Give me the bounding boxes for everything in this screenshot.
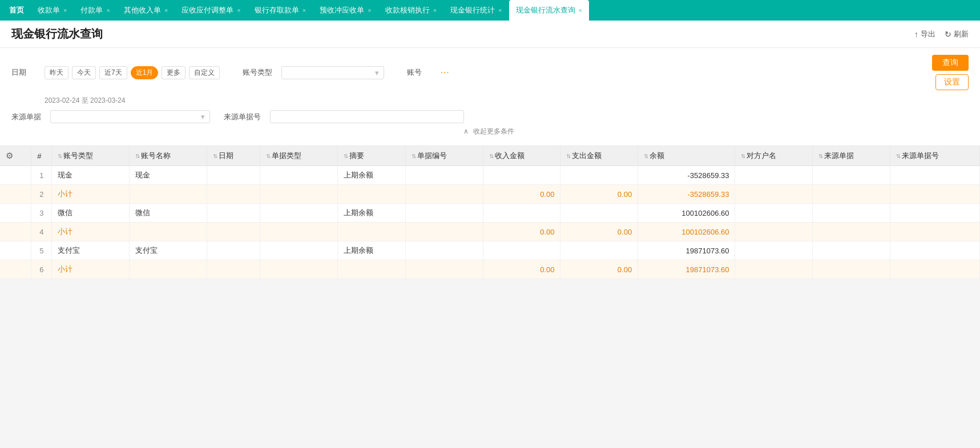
cell-source_doc_num — [890, 260, 979, 279]
source-doc-select[interactable]: ▾ — [50, 110, 210, 123]
col-doc-type[interactable]: ⇅单据类型 — [260, 146, 337, 166]
table-body: 1现金现金上期余额-3528659.332小计0.000.00-3528659.… — [0, 166, 980, 279]
nav-adjustment[interactable]: 应收应付调整单 × — [175, 0, 247, 21]
col-counterpart[interactable]: ⇅对方户名 — [735, 146, 813, 166]
close-icon[interactable]: × — [63, 7, 67, 14]
cell-doc_num — [406, 166, 483, 185]
cell-account_name — [130, 185, 207, 204]
cell-gear — [0, 166, 31, 185]
cell-account_type: 微信 — [52, 204, 130, 223]
account-more-button[interactable]: ··· — [440, 67, 449, 78]
cell-summary: 上期余额 — [337, 166, 405, 185]
nav-collection[interactable]: 收款核销执行 × — [378, 0, 443, 21]
cell-summary: 上期余额 — [337, 204, 405, 223]
chevron-down-icon: ▾ — [201, 112, 205, 121]
date-yesterday[interactable]: 昨天 — [45, 66, 68, 79]
col-doc-num[interactable]: ⇅单据编号 — [406, 146, 483, 166]
account-type-select[interactable]: ▾ — [281, 66, 384, 79]
nav-home[interactable]: 首页 — [2, 0, 31, 21]
cell-account_type: 支付宝 — [52, 241, 130, 260]
cell-counterpart — [735, 166, 813, 185]
col-balance[interactable]: ⇅余额 — [638, 146, 735, 166]
cell-date — [207, 260, 260, 279]
sort-icon: ⇅ — [896, 153, 901, 159]
collapse-bar[interactable]: ∧ 收起更多条件 — [11, 123, 969, 139]
date-custom[interactable]: 自定义 — [189, 66, 220, 79]
col-source-doc-num[interactable]: ⇅来源单据号 — [890, 146, 979, 166]
refresh-button[interactable]: ↻ 刷新 — [945, 29, 969, 39]
date-more[interactable]: 更多 — [162, 66, 185, 79]
close-icon[interactable]: × — [164, 7, 168, 14]
nav-fukuan[interactable]: 付款单 × — [74, 0, 116, 21]
cell-income: 0.00 — [483, 185, 560, 204]
nav-other-income[interactable]: 其他收入单 × — [117, 0, 175, 21]
nav-cash-stats[interactable]: 现金银行统计 × — [443, 0, 509, 21]
col-account-type[interactable]: ⇅账号类型 — [52, 146, 130, 166]
cell-doc_type — [260, 260, 337, 279]
cell-expense — [560, 204, 638, 223]
close-icon[interactable]: × — [433, 7, 437, 14]
nav-advance[interactable]: 预收冲应收单 × — [313, 0, 378, 21]
gear-icon[interactable]: ⚙ — [6, 151, 13, 160]
col-summary[interactable]: ⇅摘要 — [337, 146, 405, 166]
col-expense[interactable]: ⇅支出金额 — [560, 146, 638, 166]
col-gear[interactable]: ⚙ — [0, 146, 31, 166]
sort-icon: ⇅ — [644, 153, 648, 159]
close-icon[interactable]: × — [498, 7, 502, 14]
cell-account_name: 支付宝 — [130, 241, 207, 260]
query-button[interactable]: 查询 — [932, 55, 969, 71]
cell-date — [207, 241, 260, 260]
filter-row-date: 日期 昨天 今天 近7天 近1月 更多 自定义 账号类型 ▾ 账号 ··· 查询… — [11, 55, 969, 90]
export-button[interactable]: ↑ 导出 — [914, 29, 935, 39]
cell-account_name: 微信 — [130, 204, 207, 223]
table-row: 3微信微信上期余额100102606.60 — [0, 204, 980, 223]
cell-doc_type — [260, 166, 337, 185]
close-icon[interactable]: × — [237, 7, 240, 14]
cell-income — [483, 166, 560, 185]
cell-num: 2 — [31, 185, 52, 204]
cell-balance: 100102606.60 — [638, 223, 735, 241]
date-today[interactable]: 今天 — [72, 66, 96, 79]
table-row: 6小计0.000.0019871073.60 — [0, 260, 980, 279]
date-options: 昨天 今天 近7天 近1月 更多 自定义 — [45, 66, 220, 79]
cell-doc_num — [406, 223, 483, 241]
account-type-label: 账号类型 — [243, 67, 272, 78]
close-icon[interactable]: × — [368, 7, 371, 14]
cell-num: 3 — [31, 204, 52, 223]
cell-source_doc — [813, 204, 890, 223]
date-1month[interactable]: 近1月 — [131, 66, 159, 79]
cell-expense: 0.00 — [560, 260, 638, 279]
col-date[interactable]: ⇅日期 — [207, 146, 260, 166]
cell-gear — [0, 260, 31, 279]
cell-source_doc — [813, 166, 890, 185]
cell-income: 0.00 — [483, 223, 560, 241]
cell-expense — [560, 241, 638, 260]
settings-button[interactable]: 设置 — [935, 74, 969, 90]
source-doc-group: 来源单据 ▾ — [11, 110, 210, 123]
cell-income — [483, 204, 560, 223]
nav-shoukuan[interactable]: 收款单 × — [31, 0, 74, 21]
sort-icon: ⇅ — [412, 153, 416, 159]
col-income[interactable]: ⇅收入金额 — [483, 146, 560, 166]
sort-icon: ⇅ — [566, 153, 571, 159]
cell-expense: 0.00 — [560, 185, 638, 204]
cell-counterpart — [735, 241, 813, 260]
sort-icon: ⇅ — [58, 153, 62, 159]
col-account-name[interactable]: ⇅账号名称 — [130, 146, 207, 166]
filter-area: 日期 昨天 今天 近7天 近1月 更多 自定义 账号类型 ▾ 账号 ··· 查询… — [0, 48, 980, 146]
cell-date — [207, 204, 260, 223]
cell-doc_num — [406, 185, 483, 204]
refresh-icon: ↻ — [945, 30, 951, 39]
close-icon[interactable]: × — [303, 7, 306, 14]
nav-cash-flow[interactable]: 现金银行流水查询 × — [509, 0, 589, 21]
source-doc-num-input[interactable] — [270, 110, 464, 123]
data-table: ⚙ # ⇅账号类型 ⇅账号名称 ⇅日期 ⇅单据类型 ⇅摘要 ⇅单据编号 ⇅收入金… — [0, 146, 980, 279]
date-7days[interactable]: 近7天 — [99, 66, 127, 79]
cell-num: 6 — [31, 260, 52, 279]
close-icon[interactable]: × — [106, 7, 110, 14]
sort-icon: ⇅ — [266, 153, 271, 159]
cell-doc_type — [260, 185, 337, 204]
close-icon[interactable]: × — [579, 7, 582, 14]
col-source-doc[interactable]: ⇅来源单据 — [813, 146, 890, 166]
nav-bank-deposit[interactable]: 银行存取款单 × — [248, 0, 313, 21]
